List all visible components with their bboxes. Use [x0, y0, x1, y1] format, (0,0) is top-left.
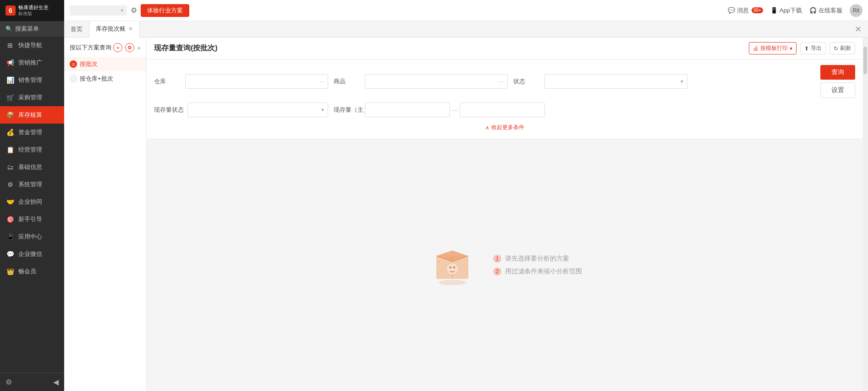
goods-more-icon[interactable]: ··· [499, 78, 504, 85]
topbar-search-wrap[interactable]: ▾ [70, 5, 127, 16]
sidebar-item-enterprise[interactable]: 🤝 企业协同 [0, 193, 64, 211]
tab-inventory-batch-label: 库存批次账 [96, 25, 126, 33]
page-title: 现存量查询(按批次) [154, 43, 218, 53]
status-label: 状态 [513, 77, 541, 86]
svg-text:✦: ✦ [463, 254, 467, 259]
message-label: 消息 [737, 6, 749, 15]
sidebar-item-wechat[interactable]: 💬 企业微信 [0, 245, 64, 263]
stock-status-label: 现存量状态 [154, 106, 184, 114]
try-industry-button[interactable]: 体验行业方案 [141, 4, 189, 17]
print-button[interactable]: 🖨 按模板打印 ▾ [749, 42, 797, 54]
search-icon: 🔍 [5, 26, 12, 32]
purchase-icon: 🛒 [5, 94, 15, 101]
goods-input-wrap[interactable]: ··· [365, 74, 508, 89]
message-button[interactable]: 💬 消息 99+ [728, 6, 763, 15]
sidebar-settings-icon[interactable]: ⚙ [5, 378, 12, 386]
topbar-gear-icon[interactable]: ⚙ [131, 6, 137, 15]
sidebar-item-shortcut[interactable]: ⊞ 快捷导航 [0, 37, 64, 54]
tab-home-label: 首页 [71, 25, 82, 33]
scheme-item-batch[interactable]: ⊙ 按批次 [64, 57, 146, 71]
stock-qty-to-input[interactable] [464, 107, 541, 114]
sidebar-item-operations[interactable]: 📋 经营管理 [0, 141, 64, 158]
topbar-chevron-icon[interactable]: ▾ [121, 8, 123, 13]
sidebar-item-label: 营销推广 [18, 59, 42, 67]
status-arrow-icon: ▾ [681, 78, 683, 85]
tab-home[interactable]: 首页 [64, 21, 89, 38]
collapse-filter-button[interactable]: ∧ 收起更多条件 [154, 122, 855, 133]
member-icon: 👑 [5, 268, 15, 275]
sidebar-item-purchase[interactable]: 🛒 采购管理 [0, 89, 64, 106]
goods-input[interactable] [369, 78, 499, 85]
print-chevron-icon[interactable]: ▾ [790, 45, 792, 52]
stock-qty-to-wrap[interactable] [460, 103, 545, 117]
warehouse-input[interactable] [189, 78, 319, 85]
tab-close-icon[interactable]: ✕ [128, 26, 133, 32]
filter-warehouse: 仓库 ··· [154, 74, 328, 89]
sidebar-item-inventory[interactable]: 📦 库存核算 [0, 106, 64, 124]
stock-qty-from-wrap[interactable] [365, 103, 450, 117]
sidebar-item-appcenter[interactable]: 📱 应用中心 [0, 228, 64, 245]
stock-qty-from-input[interactable] [369, 107, 446, 114]
stock-status-select[interactable]: ▾ [187, 103, 328, 117]
message-badge: 99+ [752, 7, 763, 13]
sidebar-item-label: 资金管理 [18, 128, 42, 136]
sidebar: 6 畅康通好生意 标准版 🔍 搜索菜单 ⊞ 快捷导航 📢 营销推广 📊 销售管理… [0, 0, 64, 391]
sidebar-item-finance[interactable]: 💰 资金管理 [0, 124, 64, 141]
sidebar-collapse-icon[interactable]: ◀ [53, 378, 59, 386]
scheme-panel-title: 按以下方案查询 [70, 43, 111, 52]
sidebar-item-label: 新手引导 [18, 215, 42, 223]
step-2-num: 2 [493, 267, 501, 276]
sidebar-item-member[interactable]: 👑 畅会员 [0, 263, 64, 280]
empty-texts: 1 请先选择要分析的方案 2 用过滤条件来缩小分析范围 [493, 255, 582, 276]
tab-panel-close-button[interactable]: ✕ [848, 24, 868, 34]
warehouse-label: 仓库 [154, 77, 181, 86]
user-avatar[interactable]: Rit [850, 4, 863, 17]
sidebar-item-marketing[interactable]: 📢 营销推广 [0, 54, 64, 71]
scheme-collapse-button[interactable]: » [137, 44, 141, 51]
app-name: 畅康通好生意 [18, 4, 49, 11]
scheme-settings-button[interactable] [125, 43, 134, 52]
filter-row-2: 现存量状态 ▾ 现存量（主） — [154, 103, 855, 117]
warehouse-more-icon[interactable]: ··· [319, 78, 324, 85]
sidebar-item-label: 畅会员 [18, 267, 36, 276]
empty-step-1: 1 请先选择要分析的方案 [493, 255, 582, 263]
sidebar-item-system[interactable]: ⚙ 系统管理 [0, 176, 64, 193]
sidebar-item-label: 快捷导航 [18, 41, 42, 49]
topbar: ▾ ⚙ 体验行业方案 💬 消息 99+ 📱 App下载 🎧 在线客服 Rit [64, 0, 868, 21]
online-service-button[interactable]: 🎧 在线客服 [809, 6, 842, 15]
scrollbar[interactable] [863, 38, 868, 391]
finance-icon: 💰 [5, 129, 15, 136]
topbar-search-input[interactable] [73, 7, 119, 14]
collapse-icon: ∧ [485, 125, 489, 131]
step-1-text: 请先选择要分析的方案 [505, 255, 569, 263]
app-download-button[interactable]: 📱 App下载 [770, 6, 802, 15]
scheme-panel: 按以下方案查询 + » ⊙ 按批次 按仓库+批次 [64, 38, 147, 391]
query-btn-col: 查询 设置 [820, 65, 855, 98]
tab-inventory-batch[interactable]: 库存批次账 ✕ [89, 21, 140, 38]
empty-illustration: ✦ ✦ [427, 238, 478, 288]
empty-icon-wrap: ✦ ✦ [427, 238, 482, 293]
sidebar-item-label: 采购管理 [18, 93, 42, 102]
sidebar-item-label: 企业微信 [18, 250, 42, 258]
svg-point-1 [72, 77, 75, 81]
refresh-button[interactable]: ↻ 刷新 [830, 42, 855, 54]
collapse-label: 收起更多条件 [491, 124, 524, 131]
sidebar-item-label: 应用中心 [18, 233, 42, 241]
sidebar-search[interactable]: 🔍 搜索菜单 [0, 21, 64, 37]
status-select[interactable]: ▾ [544, 74, 687, 89]
sidebar-item-newbie[interactable]: 🎯 新手引导 [0, 211, 64, 228]
filter-area: 仓库 ··· 商品 ··· 状态 [147, 60, 863, 139]
query-button[interactable]: 查询 [820, 65, 855, 80]
warehouse-input-wrap[interactable]: ··· [185, 74, 328, 89]
sidebar-item-basics[interactable]: 🗂 基础信息 [0, 158, 64, 176]
scheme-add-button[interactable]: + [113, 43, 122, 52]
scheme-item-warehouse-batch[interactable]: 按仓库+批次 [64, 71, 146, 86]
sidebar-item-label: 销售管理 [18, 76, 42, 84]
sidebar-item-sales[interactable]: 📊 销售管理 [0, 71, 64, 89]
app-version: 标准版 [18, 11, 49, 17]
export-button[interactable]: ⬆ 导出 [800, 42, 826, 54]
sidebar-item-label: 企业协同 [18, 198, 42, 206]
settings-button[interactable]: 设置 [820, 82, 855, 98]
marketing-icon: 📢 [5, 59, 15, 66]
scrollbar-thumb[interactable] [863, 47, 867, 74]
